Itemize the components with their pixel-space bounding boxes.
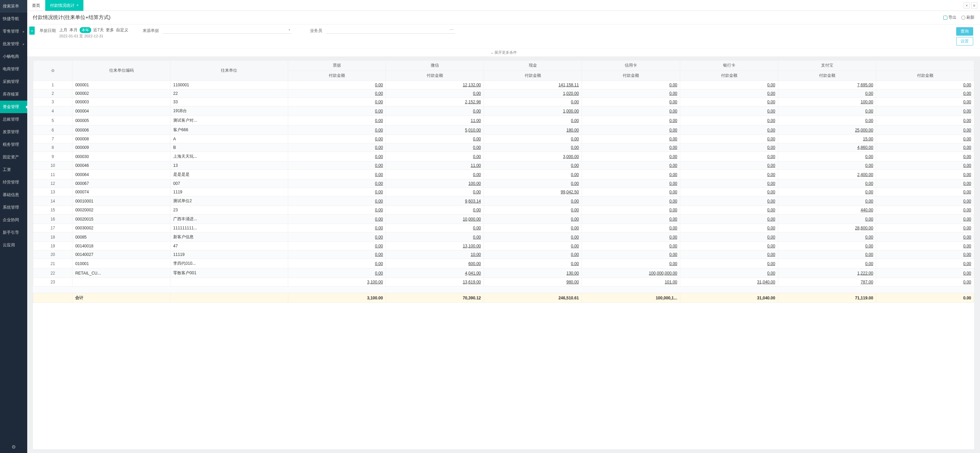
amount-link[interactable]: 0.00 [963,91,971,96]
table-row[interactable]: 2000140027111190.0010.000.000.000.000.00… [33,250,974,259]
th-sub[interactable]: 付款金额 [288,71,386,81]
amount-link[interactable]: 0.00 [473,190,481,194]
amount-link[interactable]: 0.00 [375,217,383,222]
amount-link[interactable]: 0.00 [767,118,775,123]
amount-link[interactable]: 0.00 [669,109,677,114]
amount-link[interactable]: 0.00 [375,154,383,159]
amount-link[interactable]: 0.00 [963,261,971,266]
amount-link[interactable]: 0.00 [375,109,383,114]
amount-link[interactable]: 0.00 [669,163,677,168]
amount-link[interactable]: 0.00 [669,244,677,249]
sidebar-item-5[interactable]: 电商管理 [0,63,27,76]
th-group[interactable]: 信用卡 [582,60,680,71]
amount-link[interactable]: 11.00 [471,163,481,168]
amount-link[interactable]: 3,000.00 [563,154,579,159]
table-row[interactable]: 100000111000010.0012,132.00141,158.110.0… [33,81,974,89]
amount-link[interactable]: 0.00 [375,91,383,96]
amount-link[interactable]: 0.00 [375,252,383,257]
table-row[interactable]: 2000002220.000.001,020.000.000.000.000.0… [33,89,974,98]
amount-link[interactable]: 0.00 [669,136,677,141]
amount-link[interactable]: 13,619.00 [463,280,481,284]
amount-link[interactable]: 141,158.11 [558,82,579,87]
amount-link[interactable]: 0.00 [375,82,383,87]
sidebar-item-16[interactable]: 系统管理 [0,201,27,214]
amount-link[interactable]: 0.00 [767,207,775,212]
amount-link[interactable]: 100.00 [469,181,481,186]
amount-link[interactable]: 0.00 [767,190,775,194]
amount-link[interactable]: 0.00 [375,271,383,276]
amount-link[interactable]: 0.00 [963,100,971,105]
amount-link[interactable]: 0.00 [571,136,579,141]
amount-link[interactable]: 0.00 [669,154,677,159]
sidebar-item-3[interactable]: 批发管理▸ [0,38,27,50]
date-opt[interactable]: 自定义 [116,27,128,33]
table-row[interactable]: 6000006客户6660.005,010.00180.000.000.0025… [33,125,974,135]
amount-link[interactable]: 0.00 [767,226,775,230]
amount-link[interactable]: 2,400.00 [857,172,873,177]
amount-link[interactable]: 0.00 [571,145,579,150]
amount-link[interactable]: 0.00 [375,207,383,212]
amount-link[interactable]: 0.00 [669,261,677,266]
amount-link[interactable]: 13,100.00 [463,244,481,249]
amount-link[interactable]: 0.00 [767,91,775,96]
amount-link[interactable]: 0.00 [865,217,873,222]
amount-link[interactable]: 0.00 [865,154,873,159]
amount-link[interactable]: 0.00 [473,154,481,159]
amount-link[interactable]: 0.00 [767,217,775,222]
amount-link[interactable]: 0.00 [767,128,775,133]
expand-conditions[interactable]: ⌄ 展开更多条件 [27,48,980,56]
table-row[interactable]: 3000003330.002,152.980.000.000.00100.000… [33,98,974,106]
amount-link[interactable]: 0.00 [963,172,971,177]
date-opt[interactable]: 近7天 [93,27,104,33]
amount-link[interactable]: 0.00 [669,252,677,257]
table-row[interactable]: 7000008A0.000.000.000.000.0015.000.00 [33,135,974,143]
amount-link[interactable]: 1,222.00 [857,271,873,276]
amount-link[interactable]: 0.00 [375,199,383,204]
table-row[interactable]: 9000030上海天天玩...0.000.003,000.000.000.000… [33,152,974,162]
amount-link[interactable]: 0.00 [767,172,775,177]
amount-link[interactable]: 0.00 [571,244,579,249]
amount-link[interactable]: 9,603.14 [465,199,481,204]
amount-link[interactable]: 10.00 [471,252,481,257]
amount-link[interactable]: 180.00 [566,128,579,133]
tab-close-all-icon[interactable]: × [964,2,970,8]
amount-link[interactable]: 1,000.00 [563,109,579,114]
amount-link[interactable]: 28,600.00 [855,226,873,230]
amount-link[interactable]: 1,020.00 [563,91,579,96]
amount-link[interactable]: 0.00 [767,252,775,257]
table-row[interactable]: 1800085新客户信息0.000.000.000.000.000.000.00 [33,233,974,242]
sidebar-item-4[interactable]: 小畅电商 [0,50,27,63]
amount-link[interactable]: 600.00 [469,261,481,266]
amount-link[interactable]: 0.00 [865,244,873,249]
table-row[interactable]: 10000046130.0011.000.000.000.000.000.00 [33,162,974,170]
table-row[interactable]: 1900140018470.0013,100.000.000.000.000.0… [33,242,974,250]
date-opt[interactable]: 本年 [80,27,91,33]
th-group[interactable]: 票据 [288,60,386,71]
amount-link[interactable]: 0.00 [767,145,775,150]
amount-link[interactable]: 0.00 [963,145,971,150]
sidebar-item-18[interactable]: 新手引导 [0,226,27,239]
th-group[interactable]: 现金 [484,60,582,71]
amount-link[interactable]: 0.00 [669,91,677,96]
amount-link[interactable]: 3,100.00 [367,280,383,284]
amount-link[interactable]: 0.00 [767,271,775,276]
refresh-button[interactable]: 刷新 [961,14,975,21]
th-sub[interactable]: 付款金额 [386,71,484,81]
amount-link[interactable]: 0.00 [473,136,481,141]
amount-link[interactable]: 0.00 [375,128,383,133]
amount-link[interactable]: 0.00 [375,163,383,168]
sidebar-item-9[interactable]: 总账管理 [0,113,27,126]
table-row[interactable]: 120000670070.00100.000.000.000.000.000.0… [33,179,974,188]
sidebar-item-14[interactable]: 经营管理 [0,176,27,188]
sidebar-item-2[interactable]: 零售管理▸ [0,25,27,38]
amount-link[interactable]: 0.00 [375,172,383,177]
amount-link[interactable]: 100,000,000.00 [649,271,677,276]
amount-link[interactable]: 0.00 [669,226,677,230]
amount-link[interactable]: 4,860.00 [857,145,873,150]
amount-link[interactable]: 0.00 [375,244,383,249]
amount-link[interactable]: 0.00 [865,235,873,239]
sidebar-item-0[interactable]: 搜索菜单 [0,0,27,13]
th-sub[interactable]: 付款金额 [484,71,582,81]
amount-link[interactable]: 0.00 [571,252,579,257]
amount-link[interactable]: 5,010.00 [465,128,481,133]
